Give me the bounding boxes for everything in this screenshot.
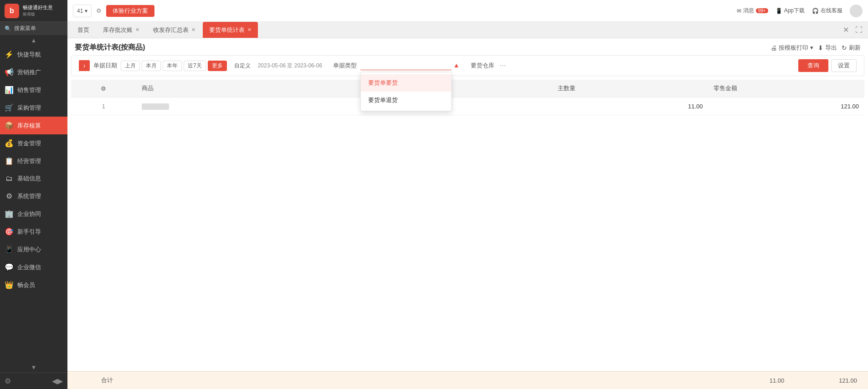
sidebar-item-label: 新手引导 [17, 228, 41, 236]
table-header-row: ⚙ 商品 主计量单位 主数量 零售金额 [71, 80, 864, 97]
date-range-display: 2023-05-06 至 2023-06-06 [258, 62, 322, 70]
topbar: 41 ▾ ⚙ 体验行业方案 ✉ 消息 99+ 📱 App下载 🎧 在线客服 [67, 0, 868, 22]
main-area: 41 ▾ ⚙ 体验行业方案 ✉ 消息 99+ 📱 App下载 🎧 在线客服 首页 [67, 0, 868, 389]
page-header: 要货单统计表(按商品) 🖨 按模板打印 ▾ ⬇ 导出 ↻ 刷新 [67, 38, 868, 55]
message-label: 消息 [743, 7, 754, 15]
date-last-month-btn[interactable]: 上月 [121, 61, 140, 71]
sidebar-item-label: 应用中心 [17, 246, 41, 254]
sidebar-search[interactable]: 🔍 搜索菜单 [0, 22, 67, 35]
filter-settings-btn[interactable]: 设置 [831, 59, 857, 72]
sidebar-item-quick-nav[interactable]: ⚡ 快捷导航 [0, 46, 67, 63]
message-btn[interactable]: ✉ 消息 99+ [737, 7, 768, 15]
data-table: ⚙ 商品 主计量单位 主数量 零售金额 1 块 [71, 80, 864, 115]
tab-receivable-summary[interactable]: 收发存汇总表 ✕ [147, 22, 202, 38]
phone-icon: 📱 [776, 8, 782, 14]
sidebar-item-guide[interactable]: 🎯 新手引导 [0, 223, 67, 241]
export-btn[interactable]: ⬇ 导出 [818, 44, 837, 52]
sidebar-item-finance[interactable]: 💰 资金管理 [0, 134, 67, 152]
type-dropdown-menu: 要货单要货 要货单退货 [360, 72, 452, 111]
sidebar-item-operations[interactable]: 📋 经营管理 [0, 152, 67, 170]
table-footer: 合计 11.00 121.00 [67, 371, 868, 389]
app-name: 畅捷通好生意 [23, 4, 53, 11]
tab-order-stats-close[interactable]: ✕ [247, 27, 252, 32]
dropdown-item-request-return[interactable]: 要货单退货 [361, 92, 451, 109]
content: 要货单统计表(按商品) 🖨 按模板打印 ▾ ⬇ 导出 ↻ 刷新 › [67, 38, 868, 389]
sidebar-item-label: 销售管理 [17, 86, 41, 94]
sidebar-item-label: 资金管理 [17, 139, 41, 148]
sidebar-item-label: 库存核算 [17, 122, 41, 130]
sidebar-item-marketing[interactable]: 📢 营销推广 [0, 63, 67, 81]
wechat-icon: 💬 [5, 263, 14, 271]
filter-bar: › 单据日期 上月 本月 本年 近7天 更多 自定义 2023-05-06 至 … [71, 55, 864, 76]
online-service-btn[interactable]: 🎧 在线客服 [812, 7, 842, 15]
date-custom-btn[interactable]: 自定义 [231, 61, 254, 71]
tab-close-all-icon[interactable]: ✕ [841, 25, 851, 35]
table-container: ⚙ 商品 主计量单位 主数量 零售金额 1 块 [71, 80, 864, 368]
sidebar-item-label: 基础信息 [17, 174, 41, 183]
export-icon: ⬇ [818, 44, 823, 51]
warehouse-dots-icon[interactable]: ··· [500, 61, 506, 70]
guide-icon: 🎯 [5, 227, 14, 236]
sidebar-item-label: 采购管理 [17, 104, 41, 112]
query-btn[interactable]: 查询 [798, 59, 828, 72]
date-this-month-btn[interactable]: 本月 [142, 61, 161, 71]
print-template-btn[interactable]: 🖨 按模板打印 ▾ [770, 44, 813, 52]
topbar-right: ✉ 消息 99+ 📱 App下载 🎧 在线客服 [737, 5, 863, 17]
sidebar-item-appstore[interactable]: 📱 应用中心 [0, 241, 67, 258]
type-dropdown-container: ▲ 要货单要货 要货单退货 [360, 61, 459, 70]
row-goods [136, 97, 396, 115]
avatar[interactable] [850, 5, 863, 17]
goods-blurred [142, 103, 169, 110]
tab-order-stats[interactable]: 要货单统计表 ✕ [203, 22, 258, 38]
purchase-icon: 🛒 [5, 103, 14, 112]
sidebar-scroll-up[interactable]: ▲ [0, 35, 67, 46]
page-title: 要货单统计表(按商品) [75, 43, 145, 52]
sidebar-item-label: 营销推广 [17, 68, 41, 77]
tab-count-selector[interactable]: 41 ▾ [73, 5, 92, 17]
search-icon: 🔍 [5, 26, 11, 32]
tab-inventory-batch[interactable]: 库存批次账 ✕ [97, 22, 146, 38]
sidebar-item-base-info[interactable]: 🗂 基础信息 [0, 170, 67, 187]
tab-maximize-icon[interactable]: ⛶ [853, 25, 864, 35]
page-actions: 🖨 按模板打印 ▾ ⬇ 导出 ↻ 刷新 [770, 44, 861, 52]
dropdown-item-request-order[interactable]: 要货单要货 [361, 74, 451, 92]
tab-inventory-batch-close[interactable]: ✕ [135, 27, 139, 32]
sidebar-item-member[interactable]: 👑 畅会员 [0, 276, 67, 294]
tab-dropdown-icon: ▾ [85, 8, 87, 14]
sidebar-nav: ⚡ 快捷导航 📢 营销推广 📊 销售管理 🛒 采购管理 📦 库存核算 💰 资金管… [0, 46, 67, 362]
app-edition: 标准版 [23, 11, 53, 17]
inventory-icon: 📦 [5, 121, 14, 130]
date-this-year-btn[interactable]: 本年 [163, 61, 182, 71]
tab-home[interactable]: 首页 [71, 22, 96, 38]
industry-btn[interactable]: 体验行业方案 [106, 5, 154, 17]
sidebar-item-inventory[interactable]: 📦 库存核算 [0, 117, 67, 134]
app-download-btn[interactable]: 📱 App下载 [776, 7, 805, 15]
operations-icon: 📋 [5, 157, 14, 165]
date-last-7days-btn[interactable]: 近7天 [184, 61, 206, 71]
sidebar-item-system[interactable]: ⚙ 系统管理 [0, 187, 67, 205]
settings-icon[interactable]: ⚙ [5, 377, 11, 385]
tab-receivable-close[interactable]: ✕ [191, 27, 195, 32]
member-icon: 👑 [5, 281, 14, 289]
col-settings[interactable]: ⚙ [71, 80, 136, 97]
filter-expand-btn[interactable]: › [79, 60, 90, 71]
footer-quantity: 11.00 [770, 377, 785, 384]
sidebar-item-enterprise[interactable]: 🏢 企业协同 [0, 205, 67, 223]
refresh-btn[interactable]: ↻ 刷新 [842, 44, 861, 52]
col-quantity: 主数量 [552, 80, 708, 97]
appstore-icon: 📱 [5, 245, 14, 254]
date-more-btn[interactable]: 更多 [208, 61, 227, 71]
sidebar-scroll-down[interactable]: ▼ [0, 362, 67, 373]
topbar-gear-icon[interactable]: ⚙ [96, 7, 102, 14]
enterprise-icon: 🏢 [5, 210, 14, 218]
sidebar-item-wechat[interactable]: 💬 企业微信 [0, 258, 67, 276]
sidebar-item-sales[interactable]: 📊 销售管理 [0, 81, 67, 99]
type-input[interactable] [360, 61, 452, 70]
sidebar-item-purchase[interactable]: 🛒 采购管理 [0, 99, 67, 117]
tab-receivable-label: 收发存汇总表 [153, 26, 189, 34]
type-arrow-icon[interactable]: ▲ [453, 61, 460, 69]
system-icon: ⚙ [5, 192, 14, 200]
collapse-icon[interactable]: ◀▶ [52, 377, 63, 385]
headset-icon: 🎧 [812, 8, 819, 14]
table-settings-icon[interactable]: ⚙ [101, 85, 106, 92]
